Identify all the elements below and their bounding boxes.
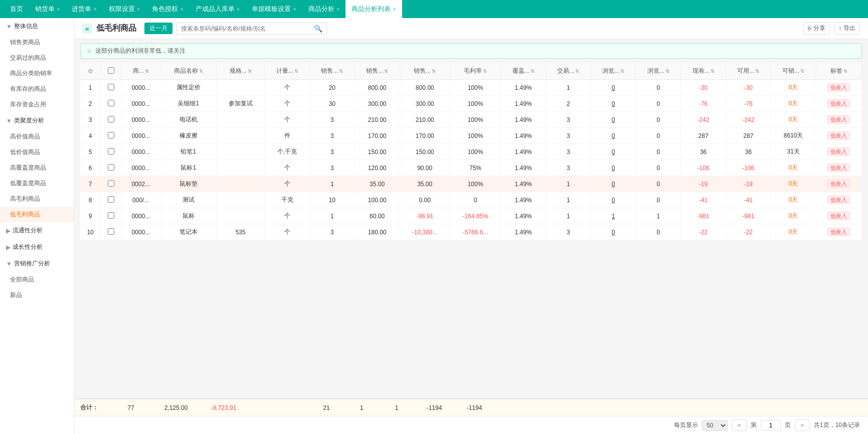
- nav-permissions[interactable]: 权限设置 ×: [103, 0, 146, 18]
- sidebar-item-sales-products[interactable]: 销售类商品: [0, 35, 74, 50]
- view1-cell[interactable]: 0: [591, 160, 636, 176]
- sort-icon[interactable]: ⇅: [531, 68, 535, 74]
- table-cell: 0: [450, 192, 500, 208]
- sidebar-item-new-products[interactable]: 新品: [0, 287, 74, 303]
- table-cell: 0000...: [121, 224, 160, 240]
- sidebar-item-high-margin[interactable]: 高毛利商品: [0, 191, 74, 207]
- row-number: 1: [80, 80, 101, 96]
- sidebar-section-cluster[interactable]: ▼ 类聚度分析: [0, 112, 74, 129]
- sidebar-section-liquidity[interactable]: ▶ 流通性分析: [0, 222, 74, 239]
- row-checkbox[interactable]: [108, 212, 114, 219]
- sort-icon[interactable]: ⇅: [339, 68, 343, 74]
- sort-icon[interactable]: ⇅: [199, 68, 203, 74]
- close-icon[interactable]: ×: [137, 6, 140, 12]
- view1-cell[interactable]: 0: [591, 224, 636, 240]
- row-checkbox[interactable]: [108, 148, 114, 155]
- table-cell: -242: [681, 112, 726, 128]
- table-cell: [217, 176, 265, 192]
- sort-icon[interactable]: ⇅: [755, 68, 759, 74]
- row-checkbox[interactable]: [108, 132, 114, 138]
- sort-icon[interactable]: ⇅: [145, 68, 149, 74]
- close-icon[interactable]: ×: [336, 6, 339, 12]
- row-checkbox[interactable]: [108, 228, 114, 235]
- col-gear[interactable]: ⚙: [80, 63, 101, 80]
- col-sales-count: 销售...⇅: [309, 63, 355, 80]
- select-all-checkbox[interactable]: [108, 67, 114, 74]
- view1-cell[interactable]: 0: [591, 112, 636, 128]
- current-page-input[interactable]: [761, 420, 781, 430]
- table-cell: 800.00: [400, 80, 450, 96]
- period-button[interactable]: 近一月: [144, 23, 172, 34]
- table-cell: 36: [681, 144, 726, 160]
- sort-icon[interactable]: ⇅: [248, 68, 252, 74]
- row-checkbox[interactable]: [108, 196, 114, 203]
- sidebar-item-category-sales-rate[interactable]: 商品分类助销率: [0, 66, 74, 81]
- close-icon[interactable]: ×: [393, 6, 396, 12]
- sort-icon[interactable]: ⇅: [294, 68, 298, 74]
- view1-cell[interactable]: 0: [591, 176, 636, 192]
- share-button[interactable]: ⎘ 分享: [803, 22, 830, 35]
- sort-icon[interactable]: ⇅: [432, 68, 436, 74]
- row-checkbox[interactable]: [108, 116, 114, 122]
- sidebar-item-all-products[interactable]: 全部商品: [0, 272, 74, 287]
- table-cell: 35.00: [355, 176, 400, 192]
- sort-icon[interactable]: ⇅: [665, 68, 669, 74]
- export-button[interactable]: ↑ 导出: [834, 22, 860, 35]
- sort-icon[interactable]: ⇅: [620, 68, 624, 74]
- sort-icon[interactable]: ⇅: [800, 68, 804, 74]
- settings-icon[interactable]: ⚙: [88, 68, 93, 75]
- table-cell: [217, 128, 265, 144]
- nav-home[interactable]: 首页: [4, 0, 29, 18]
- sort-icon[interactable]: ⇅: [711, 68, 715, 74]
- sidebar-item-high-coverage[interactable]: 高覆盖度商品: [0, 160, 74, 176]
- prev-page-button[interactable]: ＜: [732, 419, 747, 431]
- sidebar-item-stocked-products[interactable]: 有库存的商品: [0, 81, 74, 97]
- sort-icon[interactable]: ⇅: [483, 68, 487, 74]
- close-icon[interactable]: ×: [237, 6, 240, 12]
- sidebar-item-low-value[interactable]: 低价值商品: [0, 144, 74, 160]
- nav-role-auth[interactable]: 角色授权 ×: [146, 0, 189, 18]
- row-checkbox[interactable]: [108, 84, 114, 90]
- sidebar-section-marketing[interactable]: ▼ 营销推广分析: [0, 255, 74, 272]
- sidebar-item-stock-capital[interactable]: 库存资金占用: [0, 97, 74, 112]
- sidebar-item-high-value[interactable]: 高价值商品: [0, 129, 74, 144]
- sort-icon[interactable]: ⇅: [384, 68, 388, 74]
- sidebar-section-overall[interactable]: ▼ 整体信息: [0, 18, 74, 35]
- table-cell: -41: [681, 192, 726, 208]
- sidebar-item-traded-products[interactable]: 交易过的商品: [0, 50, 74, 66]
- col-checkbox[interactable]: [101, 63, 121, 80]
- close-icon[interactable]: ×: [93, 6, 96, 12]
- main-content: « 低毛利商品 近一月 🔍 ⎘ 分享 ↑ 导出 ☆ 这部分商品的利润非常低，: [74, 18, 868, 434]
- next-page-button[interactable]: ＞: [795, 419, 810, 431]
- view1-cell[interactable]: 0: [591, 96, 636, 112]
- view1-cell[interactable]: 1: [591, 208, 636, 224]
- nav-product-analysis-list[interactable]: 商品分析列表 ×: [345, 0, 402, 18]
- row-checkbox[interactable]: [108, 164, 114, 171]
- view1-cell[interactable]: 0: [591, 192, 636, 208]
- table-cell: -19: [726, 176, 771, 192]
- sort-icon[interactable]: ⇅: [575, 68, 579, 74]
- nav-template-settings[interactable]: 单据模板设置 ×: [246, 0, 302, 18]
- nav-finished-goods[interactable]: 产成品入库单 ×: [190, 0, 246, 18]
- sort-icon[interactable]: ⇅: [843, 68, 847, 74]
- nav-sales-order[interactable]: 销货单 ×: [29, 0, 66, 18]
- sidebar-item-low-coverage[interactable]: 低覆盖度商品: [0, 176, 74, 191]
- view1-cell[interactable]: 0: [591, 80, 636, 96]
- search-box: 🔍: [177, 23, 327, 35]
- sidebar-item-low-margin[interactable]: 低毛利商品: [0, 207, 74, 222]
- collapse-sidebar-button[interactable]: «: [82, 24, 92, 34]
- nav-purchase-order[interactable]: 进货单 ×: [66, 0, 102, 18]
- close-icon[interactable]: ×: [180, 6, 183, 12]
- view1-cell[interactable]: 0: [591, 144, 636, 160]
- sidebar-section-growth[interactable]: ▶ 成长性分析: [0, 239, 74, 255]
- table-cell: 个: [265, 160, 310, 176]
- row-checkbox[interactable]: [108, 180, 114, 187]
- view1-cell[interactable]: 0: [591, 128, 636, 144]
- close-icon[interactable]: ×: [293, 6, 296, 12]
- nav-product-analysis[interactable]: 商品分析 ×: [302, 0, 345, 18]
- search-input[interactable]: [181, 25, 314, 32]
- row-checkbox[interactable]: [108, 100, 114, 106]
- page-size-select[interactable]: 50 100 200: [702, 420, 728, 431]
- page-label-pre: 第: [751, 421, 757, 429]
- close-icon[interactable]: ×: [57, 6, 60, 12]
